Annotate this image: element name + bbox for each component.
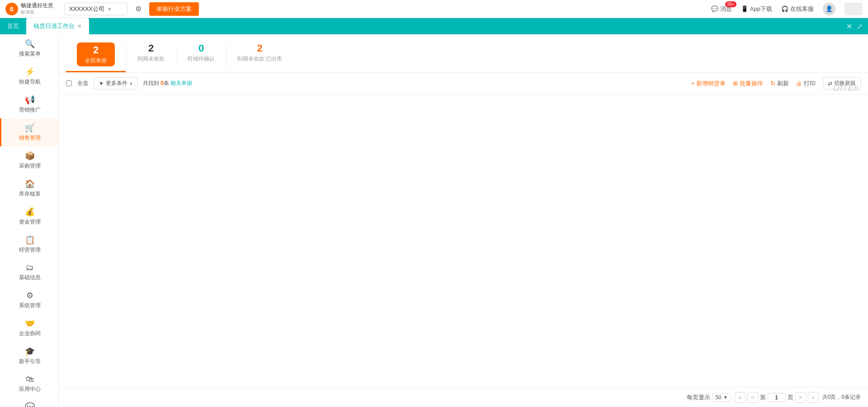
- message-badge: 99+: [725, 1, 736, 7]
- sidebar-purchase-label: 采购管理: [19, 162, 41, 170]
- message-icon: 💬: [711, 5, 718, 12]
- select-all-label: 全选: [77, 80, 88, 87]
- refresh-button[interactable]: ↻ 刷新: [770, 80, 789, 88]
- stat-overdue-shipped-label: 到期未收款 已出库: [237, 55, 282, 63]
- sidebar-enterprise-label: 企业协同: [19, 330, 41, 337]
- page-number-input[interactable]: [768, 393, 786, 402]
- sidebar-operations-label: 经营管理: [19, 246, 41, 254]
- page-size-dropdown[interactable]: 50 ▼: [712, 393, 731, 402]
- prev-page-button[interactable]: <: [747, 392, 758, 403]
- sidebar-item-operations[interactable]: 📋 经营管理: [0, 230, 58, 258]
- select-all-checkbox[interactable]: [66, 80, 72, 86]
- tab-work-station[interactable]: 钱货日清工作台 ✕: [26, 18, 89, 34]
- user-name-area: [844, 3, 863, 15]
- stat-tab-all[interactable]: 2 全部单据: [66, 39, 126, 72]
- stat-wangpu-label: 旺铺待确认: [188, 55, 215, 63]
- wechat-icon: 💬: [25, 402, 35, 407]
- sidebar-item-system[interactable]: ⚙ 系统管理: [0, 286, 58, 314]
- basic-info-icon: 🗂: [26, 263, 34, 272]
- found-link[interactable]: 相关单据: [170, 80, 192, 86]
- online-service-button[interactable]: 🎧 在线客服: [781, 5, 814, 13]
- stat-overdue-label: 到期未收款: [137, 55, 165, 63]
- user-icon: 👤: [826, 5, 833, 12]
- sidebar-item-purchase[interactable]: 📦 采购管理: [0, 146, 58, 174]
- app-download-button[interactable]: 📱 App下载: [741, 5, 772, 13]
- next-page-button[interactable]: >: [795, 392, 806, 403]
- last-page-button[interactable]: »: [808, 392, 819, 403]
- content-area: 2 全部单据 2 到期未收款 0 旺铺待确认 2 到期未收款 已出库: [59, 34, 868, 407]
- first-page-button[interactable]: «: [735, 392, 745, 403]
- app-icon: 📱: [741, 5, 748, 12]
- tab-bar-actions: ✕ ⤢: [846, 22, 868, 31]
- enterprise-icon: 🤝: [25, 318, 35, 328]
- page-size-select: 每页显示 50 ▼: [687, 393, 731, 402]
- avatar[interactable]: 👤: [823, 3, 835, 15]
- page-size-value: 50: [715, 394, 721, 401]
- filter-label: 更多条件: [106, 80, 127, 87]
- pagination-bar: 每页显示 50 ▼ « < 第 页 > » 共0页，0条记录: [59, 387, 868, 407]
- tab-close-icon[interactable]: ✕: [77, 23, 82, 29]
- main-layout: 🔍 搜索菜单 ⚡ 快捷导航 📢 营销推广 🛒 销售管理 📦 采购管理 🏠 库存核…: [0, 34, 868, 407]
- toolbar-right: + 新增销货单 ⊞ 批量操作 ↻ 刷新 🖨 打印 ⇄ 切换新版: [691, 77, 861, 89]
- batch-operation-button[interactable]: ⊞ 批量操作: [733, 80, 763, 88]
- sidebar-item-wechat[interactable]: 💬 企业微信: [0, 398, 58, 407]
- stat-overdue-number: 2: [148, 42, 154, 54]
- app-download-label: App下载: [750, 5, 772, 13]
- sidebar-item-enterprise[interactable]: 🤝 企业协同: [0, 314, 58, 342]
- more-filter-button[interactable]: ▼ 更多条件 ∨: [94, 77, 137, 89]
- sidebar-basic-info-label: 基础信息: [19, 274, 41, 281]
- data-area: [59, 94, 868, 387]
- found-count-text: 共找到 0条 相关单据: [143, 80, 192, 87]
- stat-tab-wangpu[interactable]: 0 旺铺待确认: [176, 39, 226, 72]
- try-industry-button[interactable]: 体验行业方案: [149, 2, 199, 16]
- company-selector[interactable]: XXXXXX公司 ▼: [64, 3, 127, 15]
- header-right: 💬 消息 99+ 📱 App下载 🎧 在线客服 👤: [711, 3, 863, 15]
- sidebar-finance-label: 资金管理: [19, 218, 41, 226]
- tab-home[interactable]: 首页: [0, 18, 26, 34]
- sidebar-guide-label: 新手引导: [19, 358, 41, 365]
- sidebar-item-marketing[interactable]: 📢 营销推广: [0, 90, 58, 118]
- refresh-icon: ↻: [770, 80, 775, 87]
- stat-tab-overdue-shipped[interactable]: 2 到期未收款 已出库: [226, 39, 293, 72]
- quick-nav-icon: ⚡: [25, 67, 35, 77]
- stat-tab-overdue[interactable]: 2 到期未收款: [126, 39, 176, 72]
- sidebar-item-search[interactable]: 🔍 搜索菜单: [0, 34, 58, 62]
- logo-badge: 标准版: [21, 9, 53, 15]
- sidebar-item-app-center[interactable]: 🛍 应用中心: [0, 370, 58, 398]
- switch-icon: ⇄: [828, 80, 832, 87]
- page-navigation: « < 第 页 > »: [735, 392, 819, 403]
- sidebar-marketing-label: 营销推广: [19, 106, 41, 114]
- logo-area: 6 畅捷通好生意 标准版: [5, 2, 64, 16]
- company-name: XXXXXX公司: [69, 5, 104, 13]
- sidebar-item-quick-nav[interactable]: ⚡ 快捷导航: [0, 62, 58, 90]
- settings-button[interactable]: ⚙: [132, 3, 145, 15]
- new-order-button[interactable]: + 新增销货单: [691, 80, 726, 88]
- stats-tabs: 2 全部单据 2 到期未收款 0 旺铺待确认 2 到期未收款 已出库: [59, 34, 868, 73]
- print-icon: 🖨: [796, 80, 802, 87]
- sales-icon: 🛒: [25, 123, 35, 133]
- sidebar-item-finance[interactable]: 💰 资金管理: [0, 202, 58, 230]
- sidebar-item-guide[interactable]: 🎓 新手引导: [0, 342, 58, 370]
- found-num: 0: [160, 80, 164, 86]
- tab-home-label: 首页: [7, 22, 19, 30]
- sidebar-item-basic-info[interactable]: 🗂 基础信息: [0, 258, 58, 286]
- app-center-icon: 🛍: [26, 374, 34, 384]
- gear-icon: ⚙: [135, 5, 142, 13]
- marketing-icon: 📢: [25, 95, 35, 105]
- search-icon: 🔍: [25, 39, 35, 49]
- purchase-icon: 📦: [25, 151, 35, 161]
- switch-new-version-button[interactable]: ⇄ 切换新版: [823, 77, 861, 89]
- print-button[interactable]: 🖨 打印: [796, 80, 816, 88]
- dropdown-arrow-icon: ▼: [723, 395, 728, 400]
- tab-expand-icon[interactable]: ⤢: [857, 22, 863, 31]
- sidebar-item-inventory[interactable]: 🏠 库存核算: [0, 174, 58, 202]
- guide-icon: 🎓: [25, 346, 35, 356]
- tab-close-all-icon[interactable]: ✕: [846, 22, 852, 31]
- stat-overdue-shipped-number: 2: [257, 42, 263, 54]
- logo-icon: 6: [5, 3, 18, 15]
- message-button[interactable]: 💬 消息 99+: [711, 5, 732, 13]
- sidebar-app-center-label: 应用中心: [19, 385, 41, 393]
- sidebar-item-sales[interactable]: 🛒 销售管理: [0, 118, 58, 146]
- tab-work-station-label: 钱货日清工作台: [33, 22, 75, 30]
- service-icon: 🎧: [781, 5, 788, 12]
